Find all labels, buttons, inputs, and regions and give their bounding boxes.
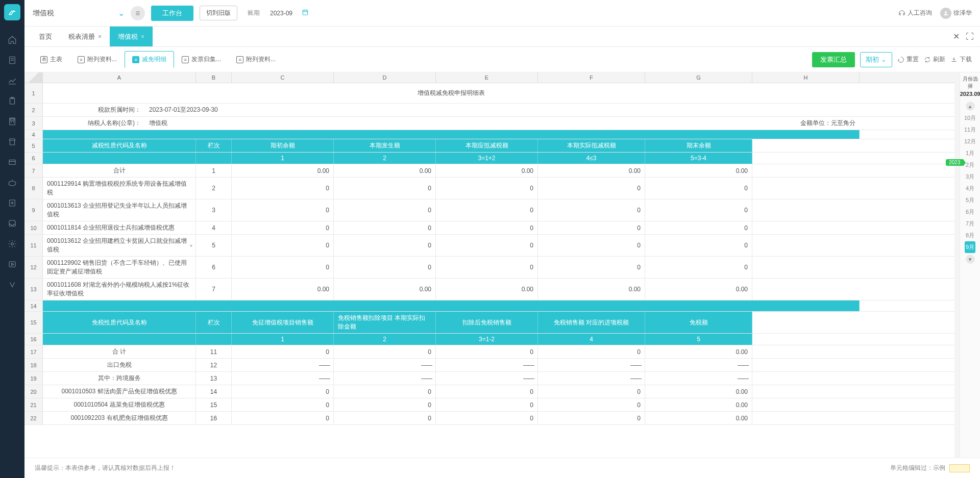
row-header[interactable]: 22 [24,412,43,424]
select-all-corner[interactable] [24,72,43,83]
col-header[interactable]: E [436,72,538,83]
row-header[interactable]: 8 [24,178,43,199]
subtab-attach1[interactable]: ≡附列资料... [70,51,125,68]
row-header[interactable]: 19 [24,372,43,385]
cell[interactable]: 增值税 [145,117,660,130]
cell[interactable]: 0 [645,178,752,199]
cell[interactable] [43,104,79,116]
subtab-attach2[interactable]: ≡附列资料... [229,51,283,68]
month-option[interactable]: 5月 [963,194,977,206]
month-next-button[interactable]: ▼ [966,255,975,264]
month-option[interactable]: 1月 [963,147,977,159]
nav-box[interactable] [0,152,24,172]
nav-chart[interactable] [0,70,24,91]
org-dropdown[interactable]: 增值税 ⌄ [33,8,125,18]
month-option[interactable]: 8月 [963,230,977,241]
col-header[interactable]: D [334,72,436,83]
row-header[interactable]: 15 [24,312,43,333]
col-header[interactable]: B [196,72,232,83]
cell[interactable]: 0001129902 销售旧货（不含二手车经销）、已使用固定资产减征增值税 [43,257,196,278]
cell[interactable]: 0.00 [232,279,334,300]
cell[interactable]: 0.00 [645,398,752,411]
row-header[interactable]: 6 [24,153,43,164]
cell[interactable]: 0 [538,385,645,398]
cell[interactable]: 免税额 [645,312,752,333]
cell[interactable]: 0 [232,398,334,411]
cell[interactable]: 1 [232,334,334,345]
cell[interactable]: 0.00 [538,279,645,300]
cell[interactable]: 1 [232,153,334,164]
row-header[interactable]: 3 [24,117,43,130]
cell[interactable]: 0 [538,221,645,234]
month-option[interactable]: 9月 [965,241,975,253]
tab-home[interactable]: 首页 [31,27,60,46]
row-header[interactable]: 18 [24,359,43,371]
workspace-button[interactable]: 工作台 [151,6,193,21]
cell[interactable]: 0.00 [645,412,752,424]
cell[interactable]: 0.00 [334,279,436,300]
cell[interactable]: 0.00 [645,345,752,358]
cell[interactable]: 0 [436,257,538,278]
cell[interactable]: —— [645,359,752,371]
cell[interactable]: 0 [538,199,645,221]
close-icon[interactable]: × [141,33,144,40]
cell[interactable]: 0.00 [436,164,538,177]
cell[interactable]: 出口免税 [43,359,196,371]
month-option[interactable]: 3月 [963,171,977,183]
cell[interactable]: —— [645,372,752,385]
cell[interactable]: 0.00 [334,164,436,177]
cell[interactable]: 11 [196,345,232,358]
cell[interactable]: 0.00 [645,385,752,398]
cell[interactable]: 0 [538,178,645,199]
cell[interactable]: 0001129914 购置增值税税控系统专用设备抵减增值税 [43,178,196,199]
cell[interactable]: 本期发生额 [334,139,436,152]
switch-old-button[interactable]: 切到旧版 [200,6,237,20]
cell[interactable]: 栏次 [196,139,232,152]
cell[interactable]: 金额单位：元至角分 [660,117,860,130]
row-header[interactable]: 21 [24,398,43,411]
cell[interactable]: —— [538,372,645,385]
nav-play[interactable] [0,254,24,274]
cell[interactable]: 0001011814 企业招用退役士兵扣减增值税优惠 [43,221,196,234]
row-header[interactable]: 16 [24,334,43,345]
cell[interactable]: 12 [196,359,232,371]
cell[interactable]: 0 [334,235,436,256]
cell[interactable]: —— [334,372,436,385]
nav-calc[interactable] [0,111,24,132]
cell[interactable]: 扣除后免税销售额 [436,312,538,333]
col-header[interactable]: C [232,72,334,83]
cell[interactable] [43,300,860,311]
cell[interactable]: 0.00 [645,164,752,177]
vertical-scrollbar[interactable] [954,72,960,458]
cell[interactable]: 免税销售额扣除项目 本期实际扣除金额 [334,312,436,333]
cell[interactable]: —— [538,359,645,371]
nav-inbox[interactable] [0,213,24,234]
nav-doc[interactable] [0,50,24,70]
col-header[interactable]: H [752,72,860,83]
cell[interactable]: 0 [436,412,538,424]
cell[interactable]: 16 [196,412,232,424]
cell[interactable]: 0 [334,398,436,411]
month-option[interactable]: 7月 [963,218,977,230]
nav-export[interactable] [0,193,24,213]
cell[interactable]: 0 [436,178,538,199]
cell[interactable]: 0 [232,221,334,234]
row-header[interactable]: 13 [24,279,43,300]
nav-wallet[interactable] [0,172,24,193]
cell[interactable]: 0.00 [645,279,752,300]
cell[interactable]: 2 [334,153,436,164]
nav-settings[interactable] [0,234,24,254]
cell[interactable] [43,153,196,164]
reset-button[interactable]: 重置 [897,55,919,64]
cell[interactable]: 0 [645,199,752,221]
cell[interactable]: 0 [538,257,645,278]
cell[interactable]: 合 计 [43,345,196,358]
cell[interactable]: 0 [232,345,334,358]
col-header[interactable]: F [538,72,645,83]
month-option[interactable]: 10月 [963,112,977,124]
cell[interactable]: 2023-07-01至2023-09-30 [145,104,860,116]
nav-tax[interactable] [0,132,24,152]
cell[interactable]: 0.00 [538,164,645,177]
cell[interactable]: 增值税减免税申报明细表 [43,83,860,103]
cell[interactable]: 7 [196,279,232,300]
